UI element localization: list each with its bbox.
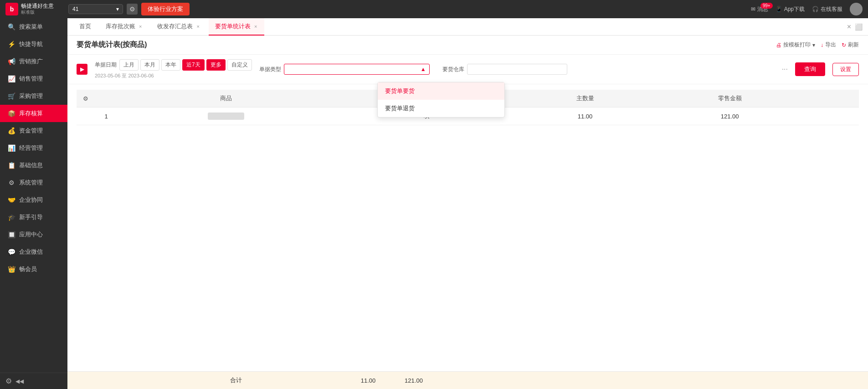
tab-2[interactable]: 收发存汇总表×	[151, 18, 206, 36]
sidebar-label-5: 库存核算	[19, 109, 43, 118]
row-settings-0	[77, 107, 95, 125]
app-download-label: App下载	[784, 5, 805, 13]
settings-bottom-icon[interactable]: ⚙	[5, 377, 12, 385]
total-quantity: 11.00	[345, 377, 391, 384]
app-name: 畅捷通好生意	[21, 3, 54, 9]
sidebar-icon-0: 🔍	[7, 23, 15, 31]
sidebar-label-4: 采购管理	[19, 92, 43, 100]
trial-button[interactable]: 体验行业方案	[141, 3, 190, 15]
total-amount: 121.00	[391, 377, 437, 384]
sidebar-item-13[interactable]: 💬 企业微信	[0, 243, 67, 261]
sidebar-icon-8: 📋	[7, 161, 15, 169]
dropdown-item-order-goods[interactable]: 要货单要货	[378, 82, 504, 100]
chevron-down-icon: ▾	[116, 6, 119, 12]
app-download-item[interactable]: 📱 App下载	[776, 5, 805, 13]
tab-close-1[interactable]: ×	[138, 23, 143, 30]
sidebar-item-12[interactable]: 🔲 应用中心	[0, 226, 67, 243]
type-select-input[interactable]	[284, 64, 430, 75]
sidebar-icon-13: 💬	[7, 248, 15, 256]
refresh-icon: ↻	[842, 42, 846, 48]
col-amount: 零售金额	[651, 90, 809, 107]
collapse-icon[interactable]: ◀◀	[15, 378, 24, 384]
settings-icon-top[interactable]: ⚙	[127, 4, 138, 15]
sidebar-label-12: 应用中心	[19, 230, 43, 239]
store-selector[interactable]: 41 ▾	[68, 4, 123, 14]
col-quantity: 主数量	[519, 90, 651, 107]
sidebar-item-14[interactable]: 👑 畅会员	[0, 261, 67, 278]
sidebar-item-1[interactable]: ⚡ 快捷导航	[0, 36, 67, 53]
row-num-0: 1	[95, 107, 118, 125]
tab-0[interactable]: 首页	[73, 18, 98, 36]
sidebar-item-6[interactable]: 💰 资金管理	[0, 122, 67, 139]
messages-item[interactable]: ✉ 消息 99+	[751, 5, 768, 13]
sidebar-icon-7: 📊	[7, 144, 15, 152]
date-btn-more[interactable]: 更多	[206, 59, 226, 71]
online-service-label: 在线客服	[821, 5, 842, 13]
filter-expand-button[interactable]: ▶	[77, 64, 87, 75]
date-buttons: 上月 本月 本年 近7天 更多 自定义	[119, 59, 252, 71]
total-label: 合计	[172, 376, 300, 384]
refresh-button[interactable]: ↻ 刷新	[842, 41, 859, 49]
sidebar-item-8[interactable]: 📋 基础信息	[0, 157, 67, 174]
tab-bar-actions: × ⬜	[847, 23, 863, 31]
sidebar-icon-9: ⚙	[7, 179, 15, 187]
more-filters-icon[interactable]: ···	[782, 65, 788, 73]
content-area: 首页库存批次账×收发存汇总表×要货单统计表× × ⬜ 要货单统计表(按商品) 🖨…	[67, 18, 868, 389]
sidebar-item-9[interactable]: ⚙ 系统管理	[0, 174, 67, 191]
logo-area: b 畅捷通好生意 标准版	[5, 3, 65, 15]
refresh-label: 刷新	[848, 41, 859, 49]
type-dropdown: 要货单要货 要货单退货	[377, 82, 505, 118]
phone-icon: 📱	[776, 6, 782, 12]
sidebar-icon-4: 🛒	[7, 92, 15, 100]
date-range-display: 2023-05-06 至 2023-06-06	[95, 72, 252, 79]
store-number: 41	[72, 6, 78, 12]
page-inner: 要货单统计表(按商品) 🖨 按模板打印 ▾ ↓ 导出 ↻	[67, 36, 868, 371]
warehouse-select-input[interactable]	[467, 64, 567, 75]
close-all-icon[interactable]: ×	[847, 23, 851, 31]
row-goods-0	[118, 107, 334, 125]
user-avatar[interactable]	[850, 3, 863, 15]
dropdown-item-order-return[interactable]: 要货单退货	[378, 100, 504, 117]
headset-icon: 🎧	[812, 6, 819, 12]
online-service-item[interactable]: 🎧 在线客服	[812, 5, 842, 13]
col-goods: 商品	[118, 90, 334, 107]
sidebar-label-3: 销售管理	[19, 75, 43, 83]
sidebar-item-2[interactable]: 📢 营销推广	[0, 53, 67, 70]
tab-close-3[interactable]: ×	[253, 23, 258, 30]
export-button[interactable]: ↓ 导出	[821, 41, 836, 49]
sidebar-icon-12: 🔲	[7, 230, 15, 239]
sidebar-item-3[interactable]: 📈 销售管理	[0, 70, 67, 87]
tab-bar: 首页库存批次账×收发存汇总表×要货单统计表× × ⬜	[67, 18, 868, 36]
sidebar-label-13: 企业微信	[19, 248, 43, 256]
sidebar-item-11[interactable]: 🎓 新手引导	[0, 209, 67, 226]
date-btn-this-year[interactable]: 本年	[161, 59, 180, 71]
sidebar-item-4[interactable]: 🛒 采购管理	[0, 87, 67, 105]
warehouse-select-wrapper	[467, 64, 567, 75]
sidebar-label-1: 快捷导航	[19, 40, 43, 48]
tab-close-2[interactable]: ×	[195, 23, 200, 30]
filter-settings-button[interactable]: 设置	[832, 63, 859, 76]
sidebar-icon-10: 🤝	[7, 196, 15, 204]
sidebar-label-2: 营销推广	[19, 57, 43, 66]
tab-label-2: 收发存汇总表	[157, 22, 193, 31]
date-btn-last-month[interactable]: 上月	[119, 59, 139, 71]
tab-3[interactable]: 要货单统计表×	[209, 18, 264, 36]
main-layout: 🔍 搜索菜单 ⚡ 快捷导航 📢 营销推广 📈 销售管理 🛒 采购管理 📦 库存核…	[0, 18, 868, 389]
sidebar-bottom: ⚙ ◀◀	[0, 373, 67, 389]
sidebar-label-8: 基础信息	[19, 161, 43, 169]
date-btn-this-month[interactable]: 本月	[140, 59, 159, 71]
sidebar-icon-3: 📈	[7, 75, 15, 83]
logo-text-group: 畅捷通好生意 标准版	[21, 3, 54, 15]
sidebar-item-10[interactable]: 🤝 企业协同	[0, 191, 67, 209]
page-actions: 🖨 按模板打印 ▾ ↓ 导出 ↻ 刷新	[776, 41, 859, 49]
tab-1[interactable]: 库存批次账×	[99, 18, 149, 36]
sidebar-item-5[interactable]: 📦 库存核算	[0, 105, 67, 122]
date-btn-custom[interactable]: 自定义	[227, 59, 252, 71]
query-button[interactable]: 查询	[795, 62, 825, 76]
expand-icon[interactable]: ⬜	[855, 23, 863, 31]
date-btn-7days[interactable]: 近7天	[182, 59, 205, 71]
sidebar-item-0[interactable]: 🔍 搜索菜单	[0, 18, 67, 36]
filter-bar: ▶ 单据日期 上月 本月 本年 近7天 更多 自定义	[67, 55, 868, 84]
sidebar-item-7[interactable]: 📊 经营管理	[0, 139, 67, 157]
print-button[interactable]: 🖨 按模板打印 ▾	[776, 41, 815, 49]
